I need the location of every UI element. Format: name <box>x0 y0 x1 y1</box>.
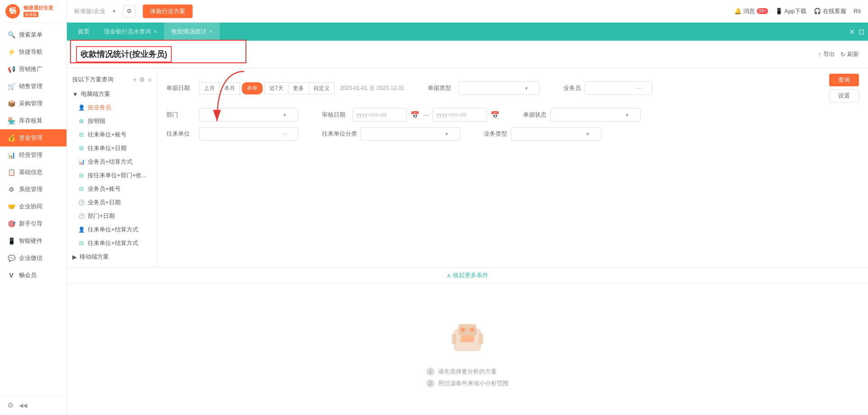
date-filter-label: 单据日期 <box>166 84 193 92</box>
audit-date-to[interactable]: yyyy-mm-dd <box>433 108 487 122</box>
dept-chevron: ▼ <box>283 113 287 118</box>
sidebar-item-quick-nav[interactable]: ⚡ 快捷导航 <box>0 43 66 61</box>
footer-expand-icon[interactable]: ◀◀ <box>19 402 27 409</box>
window-maximize-button[interactable]: ⊡ <box>859 28 864 36</box>
scheme-dept-date[interactable]: 🕐 部门+日期 <box>67 209 157 223</box>
audit-date-from[interactable]: yyyy-mm-dd <box>353 108 407 122</box>
scheme-partner-settle[interactable]: 👤 往来单位+结算方式 <box>67 223 157 236</box>
dept-label: 部门 <box>166 111 193 119</box>
export-icon: ↑ <box>819 51 822 58</box>
scheme-partner-dept[interactable]: ⊟ 按往来单位+部门+收... <box>67 169 157 182</box>
calendar-icon-1[interactable]: 📅 <box>410 111 420 119</box>
calendar-icon-2[interactable]: 📅 <box>491 111 500 119</box>
refresh-button[interactable]: ↻ 刷新 <box>840 50 859 58</box>
staff-select[interactable]: ··· <box>585 81 652 95</box>
notification-button[interactable]: 🔔 消息 99+ <box>734 7 768 15</box>
date-btn-7days[interactable]: 近7天 <box>264 82 288 94</box>
footer-settings-icon[interactable]: ⚙ <box>7 401 14 410</box>
trial-button[interactable]: 体验行业方案 <box>143 5 193 18</box>
partner-select[interactable]: ··· <box>199 127 298 141</box>
date-btn-this-month[interactable]: 本月 <box>220 82 240 94</box>
scheme-staff-account[interactable]: ⊟ 业务员+账号 <box>67 182 157 196</box>
partner-class-select[interactable]: ▼ <box>361 127 460 141</box>
sidebar-item-search-menu[interactable]: 🔍 搜索菜单 <box>0 26 66 43</box>
scheme-settings-icon[interactable]: ⚙ <box>139 76 145 83</box>
empty-state-area: 1 请先选择要分析的方案 2 用过滤条件来缩小分析范围 <box>67 283 868 415</box>
date-btn-more[interactable]: 更多 <box>288 82 309 94</box>
app-download-icon: 📱 <box>775 8 783 14</box>
scheme-partner-settle2[interactable]: ⊟ 往来单位+结算方式 <box>67 236 157 250</box>
tab-bank-flow[interactable]: 现金银行流水查询 × <box>97 23 164 41</box>
dept-select[interactable]: ▼ <box>199 108 298 122</box>
sidebar-item-base-info[interactable]: 📋 基础信息 <box>0 164 66 181</box>
staff-label: 业务员 <box>563 84 581 92</box>
sidebar-item-system[interactable]: ⚙ 系统管理 <box>0 181 66 198</box>
scheme-header-actions: + ⚙ « <box>133 76 151 83</box>
sidebar-item-inventory[interactable]: 🏪 库存核算 <box>0 112 66 129</box>
audit-date-filter: 审核日期 yyyy-mm-dd 📅 — yyyy-mm-dd 📅 <box>322 108 500 122</box>
empty-state-illustration <box>445 315 490 360</box>
svg-rect-5 <box>452 333 456 344</box>
date-btn-custom[interactable]: 自定义 <box>309 82 335 94</box>
topbar-settings-button[interactable]: ⚙ <box>123 5 136 18</box>
settings-button[interactable]: 设置 <box>829 89 859 103</box>
scheme-by-detail[interactable]: ⊞ 按明细 <box>67 114 157 128</box>
username-display: Rit <box>854 8 861 14</box>
scheme-partner-date[interactable]: ⊟ 往来单位+日期 <box>67 141 157 155</box>
mobile-group-title[interactable]: ▶ 移动端方案 <box>67 250 157 264</box>
page-header-actions: ↑ 导出 ↻ 刷新 <box>819 50 859 58</box>
biz-type-select[interactable]: ▼ <box>511 127 601 141</box>
collapse-conditions-button[interactable]: ∧ 收起更多条件 <box>67 268 868 283</box>
partner-label: 往来单位 <box>166 130 193 138</box>
sidebar-item-guide[interactable]: 🎯 新手引导 <box>0 215 66 232</box>
sidebar-item-purchase[interactable]: 📦 采购管理 <box>0 95 66 112</box>
sidebar-item-operations[interactable]: 📊 经营管理 <box>0 146 66 164</box>
scheme-staff-date[interactable]: 🕐 业务员+日期 <box>67 196 157 209</box>
sidebar-item-enterprise[interactable]: 🤝 企业协同 <box>0 198 66 215</box>
logo-text: 畅捷通好生意 标准版 <box>24 5 53 18</box>
pc-group-title[interactable]: ▼ 电脑端方案 <box>67 87 157 101</box>
tip-num-2: 2 <box>426 379 434 387</box>
logo-area: 畅 畅捷通好生意 标准版 <box>0 0 66 23</box>
partner-more-icon[interactable]: ··· <box>283 131 287 137</box>
online-service-button[interactable]: 🎧 在线客服 <box>814 7 846 15</box>
staff-more-icon[interactable]: ··· <box>637 85 641 91</box>
sidebar-item-wechat[interactable]: 💬 企业微信 <box>0 250 66 267</box>
sidebar-item-marketing[interactable]: 📢 营销推广 <box>0 61 66 78</box>
window-close-button[interactable]: ✕ <box>849 28 855 36</box>
sidebar-item-finance[interactable]: 💰 资金管理 <box>0 129 66 146</box>
tab-close-bank-flow[interactable]: × <box>154 28 157 35</box>
doc-type-select[interactable]: ▼ <box>458 81 540 95</box>
query-button[interactable]: 查询 <box>829 74 859 86</box>
app-download-button[interactable]: 📱 App下载 <box>775 7 807 15</box>
wechat-icon: 💬 <box>7 254 15 262</box>
sidebar-item-member[interactable]: V 畅会员 <box>0 267 66 284</box>
scheme-collapse-icon[interactable]: « <box>148 76 151 83</box>
svg-rect-6 <box>479 333 483 344</box>
tab-close-receipt-stats[interactable]: × <box>209 28 212 35</box>
tip-item-2: 2 用过滤条件来缩小分析范围 <box>426 379 509 387</box>
sidebar-item-sales[interactable]: 🛒 销售管理 <box>0 78 66 95</box>
quick-nav-icon: ⚡ <box>7 48 15 56</box>
scheme-panel: 按以下方案查询 + ⚙ « ▼ 电脑端方案 <box>67 68 157 267</box>
doc-type-filter: 单据类型 ▼ <box>428 81 540 95</box>
doc-status-select[interactable]: ▼ <box>550 108 641 122</box>
group-expand-icon: ▶ <box>72 254 77 260</box>
scheme-add-icon[interactable]: + <box>133 76 137 83</box>
export-button[interactable]: ↑ 导出 <box>819 50 835 58</box>
scheme-partner-account[interactable]: ⊟ 往来单位+账号 <box>67 128 157 141</box>
member-icon: V <box>7 271 15 279</box>
scheme-by-staff[interactable]: 👤 按业务员 <box>67 101 157 114</box>
scheme-staff-settle[interactable]: 📊 业务员+结算方式 <box>67 155 157 169</box>
tabbar: 首页 现金银行流水查询 × 收款情况统计 × ✕ ⊡ <box>67 23 868 41</box>
tip-num-1: 1 <box>426 368 434 376</box>
sidebar-item-smart-hw[interactable]: 📱 智能硬件 <box>0 232 66 250</box>
svg-point-3 <box>470 327 474 332</box>
tab-receipt-stats[interactable]: 收款情况统计 × <box>164 23 220 41</box>
date-btn-last-month[interactable]: 上月 <box>199 82 220 94</box>
date-range-display: 2023-01-01 至 2023-12-31 <box>340 85 405 92</box>
sales-icon: 🛒 <box>7 82 15 90</box>
tab-home[interactable]: 首页 <box>71 28 97 36</box>
date-btn-this-year[interactable]: 本年 <box>242 82 263 94</box>
notification-icon: 🔔 <box>734 8 741 14</box>
